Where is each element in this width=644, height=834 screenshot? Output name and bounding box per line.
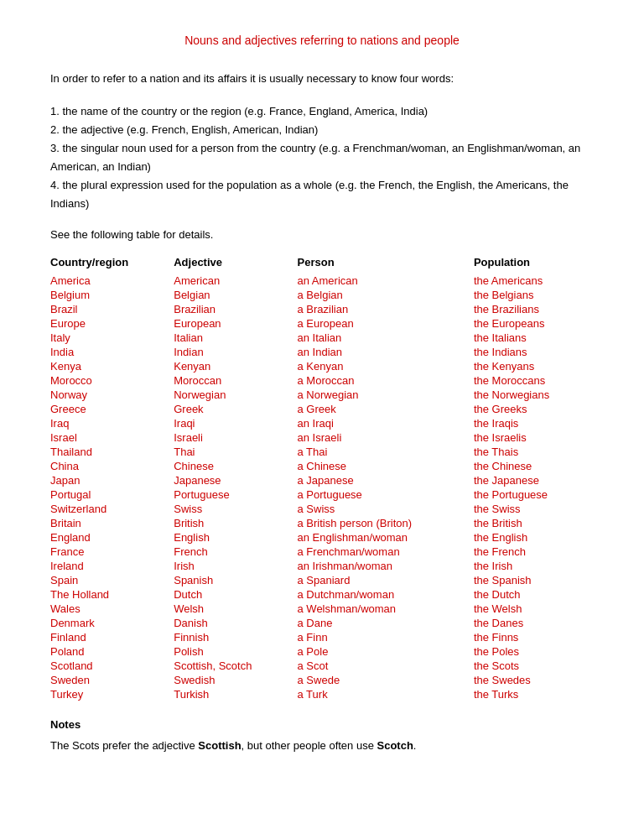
list-item: 3. the singular noun used for a person f…: [50, 139, 594, 176]
table-cell-country: The Holland: [50, 587, 174, 602]
table-row: TurkeyTurkisha Turkthe Turks: [50, 687, 594, 701]
table-cell-adjective: European: [174, 316, 297, 331]
table-row: ScotlandScottish, Scotcha Scotthe Scots: [50, 659, 594, 673]
table-cell-adjective: Iraqi: [174, 416, 297, 430]
table-cell-person: an Italian: [298, 331, 474, 345]
table-cell-country: Brazil: [50, 302, 174, 316]
table-cell-country: Thailand: [50, 445, 174, 459]
table-cell-person: a Frenchman/woman: [298, 545, 474, 559]
table-cell-country: Spain: [50, 573, 174, 587]
table-cell-population: the British: [474, 516, 594, 530]
table-cell-adjective: French: [174, 545, 297, 559]
table-cell-adjective: Moroccan: [174, 373, 297, 388]
table-cell-country: Turkey: [50, 687, 174, 701]
table-cell-person: a Moroccan: [298, 373, 474, 388]
list-item: 1. the name of the country or the region…: [50, 102, 594, 121]
table-row: IsraelIsraelian Israelithe Israelis: [50, 430, 594, 445]
table-cell-person: a Greek: [298, 402, 474, 416]
table-cell-adjective: Japanese: [174, 473, 297, 487]
table-row: ItalyItalianan Italianthe Italians: [50, 331, 594, 345]
table-cell-population: the Thais: [474, 445, 594, 459]
table-cell-adjective: Swedish: [174, 673, 297, 687]
table-row: BelgiumBelgiana Belgianthe Belgians: [50, 288, 594, 302]
table-cell-adjective: Norwegian: [174, 388, 297, 402]
table-cell-adjective: Kenyan: [174, 359, 297, 373]
table-cell-population: the Japanese: [474, 473, 594, 487]
table-cell-population: the Swiss: [474, 502, 594, 516]
table-row: PolandPolisha Polethe Poles: [50, 644, 594, 659]
table-cell-person: a Dutchman/woman: [298, 587, 474, 602]
table-cell-person: an Israeli: [298, 430, 474, 445]
table-cell-population: the Greeks: [474, 402, 594, 416]
table-cell-country: Scotland: [50, 659, 174, 673]
table-cell-population: the Portuguese: [474, 487, 594, 502]
col-header-country: Country/region: [50, 254, 174, 274]
table-row: MoroccoMoroccana Moroccanthe Moroccans: [50, 373, 594, 388]
table-cell-person: an Indian: [298, 345, 474, 359]
table-row: The HollandDutcha Dutchman/womanthe Dutc…: [50, 587, 594, 602]
table-cell-adjective: Spanish: [174, 573, 297, 587]
table-cell-country: Iraq: [50, 416, 174, 430]
table-cell-person: an American: [298, 274, 474, 288]
table-cell-person: a Thai: [298, 445, 474, 459]
table-cell-country: Kenya: [50, 359, 174, 373]
table-cell-country: Portugal: [50, 487, 174, 502]
table-cell-adjective: Thai: [174, 445, 297, 459]
table-cell-country: Poland: [50, 644, 174, 659]
table-row: BrazilBraziliana Brazilianthe Brazilians: [50, 302, 594, 316]
nations-table: Country/region Adjective Person Populati…: [50, 254, 594, 701]
table-cell-country: Japan: [50, 473, 174, 487]
table-cell-person: a Welshman/woman: [298, 602, 474, 616]
table-cell-population: the Welsh: [474, 602, 594, 616]
col-header-person: Person: [298, 254, 474, 274]
table-cell-adjective: Polish: [174, 644, 297, 659]
table-row: FinlandFinnisha Finnthe Finns: [50, 630, 594, 644]
table-row: NorwayNorwegiana Norwegianthe Norwegians: [50, 388, 594, 402]
table-cell-country: India: [50, 345, 174, 359]
table-cell-adjective: Dutch: [174, 587, 297, 602]
table-cell-population: the French: [474, 545, 594, 559]
table-cell-country: America: [50, 274, 174, 288]
table-cell-population: the Irish: [474, 559, 594, 573]
table-row: ChinaChinesea Chinesethe Chinese: [50, 459, 594, 473]
table-cell-population: the Moroccans: [474, 373, 594, 388]
table-cell-person: a Dane: [298, 616, 474, 630]
col-header-population: Population: [474, 254, 594, 274]
table-cell-adjective: Danish: [174, 616, 297, 630]
table-cell-population: the Iraqis: [474, 416, 594, 430]
table-cell-adjective: English: [174, 530, 297, 545]
table-cell-population: the Norwegians: [474, 388, 594, 402]
table-cell-population: the Belgians: [474, 288, 594, 302]
table-cell-person: a Japanese: [298, 473, 474, 487]
notes-bold-scotch: Scotch: [377, 739, 413, 752]
table-cell-person: a Chinese: [298, 459, 474, 473]
notes-bold-scottish: Scottish: [198, 739, 241, 752]
table-cell-population: the Europeans: [474, 316, 594, 331]
table-cell-adjective: American: [174, 274, 297, 288]
numbered-list: 1. the name of the country or the region…: [50, 102, 594, 214]
table-cell-country: Greece: [50, 402, 174, 416]
table-row: ThailandThaia Thaithe Thais: [50, 445, 594, 459]
table-cell-person: a Swiss: [298, 502, 474, 516]
table-cell-population: the Swedes: [474, 673, 594, 687]
table-cell-country: China: [50, 459, 174, 473]
nations-table-container: Country/region Adjective Person Populati…: [50, 254, 594, 701]
table-cell-person: an Englishman/woman: [298, 530, 474, 545]
table-cell-population: the Scots: [474, 659, 594, 673]
table-cell-person: a Turk: [298, 687, 474, 701]
table-row: IrelandIrishan Irishman/womanthe Irish: [50, 559, 594, 573]
table-cell-person: a Scot: [298, 659, 474, 673]
table-row: KenyaKenyana Kenyanthe Kenyans: [50, 359, 594, 373]
table-cell-country: France: [50, 545, 174, 559]
table-cell-adjective: Italian: [174, 331, 297, 345]
table-cell-adjective: Finnish: [174, 630, 297, 644]
table-cell-adjective: Israeli: [174, 430, 297, 445]
table-cell-population: the Poles: [474, 644, 594, 659]
table-cell-population: the Turks: [474, 687, 594, 701]
table-row: EnglandEnglishan Englishman/womanthe Eng…: [50, 530, 594, 545]
notes-text-before: The Scots prefer the adjective: [50, 739, 198, 752]
table-cell-population: the Kenyans: [474, 359, 594, 373]
table-cell-country: Italy: [50, 331, 174, 345]
notes-text-mid: , but other people often use: [242, 739, 377, 752]
notes-text: The Scots prefer the adjective Scottish,…: [50, 738, 594, 754]
